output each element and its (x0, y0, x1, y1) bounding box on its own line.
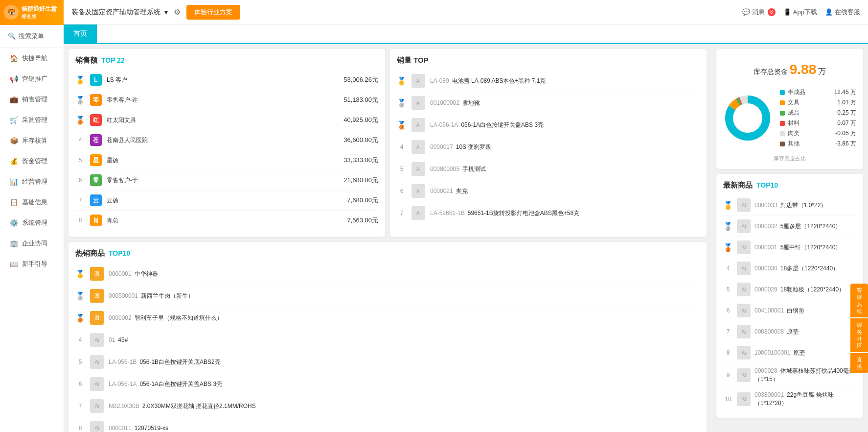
sidebar-item-purchase[interactable]: 🛒 采购管理 (0, 110, 64, 130)
logo-name: 畅捷通好生意 (22, 5, 57, 13)
search-menu-button[interactable]: 🔍 搜索菜单 (4, 29, 60, 44)
sidebar-item-label: 库存核算 (22, 136, 47, 145)
newest-product-row: 🥉 Ai 00000315厘中纤（1220*2440） (723, 237, 856, 258)
enterprise-icon: 🏢 (9, 239, 18, 248)
newest-products-list: 🥇 Ai 0000033封边带（1.0*22） 🥈 Ai 00000325厘多层… (723, 195, 856, 411)
hot-products-card: 热销商品 TOP10 🥇 图 0000001中华神器 🥈 图 000500001… (69, 242, 707, 432)
cs-float: 客服热线 服务社区 直播 (850, 284, 868, 373)
sidebar-item-home[interactable]: 🏠 快捷导航 (0, 48, 64, 69)
top-qty-title: 销量 TOP (397, 56, 429, 65)
newest-products-card: 最新商品 TOP10 🥇 Ai 0000033封边带（1.0*22） 🥈 Ai … (716, 174, 863, 418)
legend-item: 肉类 -0.05 万 (780, 128, 856, 139)
legend-item: 成品 0.25 万 (780, 108, 856, 118)
hot-product-row: 🥉 图 0000002智利车子里（规格不知道填什么） (75, 307, 700, 329)
trial-button[interactable]: 体验行业方案 (186, 5, 240, 20)
newest-products-header: 最新商品 TOP10 (723, 181, 856, 190)
sidebar-item-finance[interactable]: 💰 资金管理 (0, 151, 64, 171)
sidebar-item-system[interactable]: ⚙️ 系统管理 (0, 213, 64, 233)
system-dropdown-button[interactable]: ▾ (164, 8, 168, 16)
cs-live-button[interactable]: 直播 (850, 353, 868, 373)
hot-products-list: 🥇 图 0000001中华神器 🥈 图 000500001新西兰牛肉（新牛） 🥉… (75, 263, 700, 432)
hot-product-row: 🥈 图 000500001新西兰牛肉（新牛） (75, 285, 700, 307)
legend-item: 文具 1.01 万 (780, 97, 856, 108)
online-service-button[interactable]: 👤 在线客服 (825, 8, 860, 17)
sidebar-item-inventory[interactable]: 📦 库存核算 (0, 130, 64, 151)
message-icon: 💬 (742, 8, 750, 16)
newest-product-row: 9 Ai 0000028体城嘉枝味苏打饮品400毫升（1*15） (723, 363, 856, 387)
app-logo: 🐯 畅捷通好生意 标准版 (0, 0, 64, 25)
qty-product-row: 🥉 Ai LA-056-1A056-1A白色按键开关盖ABS 3壳 (397, 114, 700, 136)
newest-products-title: 最新商品 (723, 181, 753, 190)
qty-product-row: 🥇 Ai LA-089电池盖 LA-089 ABS本色+黑种 7.1克 (397, 70, 700, 92)
inventory-donut-chart (723, 94, 772, 143)
basic-icon: 📋 (9, 198, 18, 207)
legend-item: 其他 -3.86 万 (780, 139, 856, 149)
sales-customer-row: 8 肖 肖总 7,563.00元 (75, 211, 378, 230)
sales-customers-card: 销售额 TOP 22 🥇 L LS 客户 53,006.26元 🥈 零 零售客户… (69, 49, 385, 237)
inventory-sub-label: 库存资金占比 (723, 155, 856, 162)
sales-customer-row: 🥇 L LS 客户 53,006.26元 (75, 70, 378, 90)
search-menu-label: 搜索菜单 (19, 32, 44, 41)
sales-customers-subtitle: TOP 22 (101, 56, 125, 64)
content: 销售额 TOP 22 🥇 L LS 客户 53,006.26元 🥈 零 零售客户… (64, 44, 868, 432)
sidebar-item-enterprise[interactable]: 🏢 企业协同 (0, 233, 64, 254)
system-name: 装备及固定资产辅助管理系统 ▾ (71, 8, 168, 17)
top-qty-header: 销量 TOP (397, 56, 700, 65)
hot-products-header: 热销商品 TOP10 (75, 249, 700, 258)
top-qty-card: 销量 TOP 🥇 Ai LA-089电池盖 LA-089 ABS本色+黑种 7.… (390, 49, 707, 237)
main-area: 装备及固定资产辅助管理系统 ▾ ⚙ 体验行业方案 💬 消息 6 📱 App下载 … (64, 0, 868, 432)
newest-product-row: 6 Ai 004100001白钢垫 (723, 300, 856, 321)
cs-hotline-button[interactable]: 客服热线 (850, 284, 868, 317)
service-label: 在线客服 (835, 8, 860, 17)
sales-customer-row: 🥈 零 零售客户-许 51,183.00元 (75, 90, 378, 110)
sidebar-item-guide[interactable]: 📖 新手引导 (0, 254, 64, 274)
sidebar-item-label: 经营管理 (22, 177, 47, 186)
sidebar-item-operations[interactable]: 📊 经营管理 (0, 171, 64, 192)
sales-customer-row: 4 苍 苍南县人民医院 36,600.00元 (75, 130, 378, 150)
sidebar-item-label: 资金管理 (22, 157, 47, 166)
inventory-chart-wrap: 半成品 12.45 万 文具 1.01 万 成品 0.25 万 材料 0.07 … (723, 83, 856, 153)
hot-product-row: 5 Ai LA-056-1B056-1B白色按键开关底ABS2壳 (75, 351, 700, 373)
inventory-label: 库存总资金 (754, 68, 788, 75)
cs-community-button[interactable]: 服务社区 (850, 318, 868, 352)
hot-product-row: 8 Ai 000001112070519-xs (75, 417, 700, 432)
qty-product-row: 5 Ai 000800005手机测试 (397, 158, 700, 180)
inventory-legend: 半成品 12.45 万 文具 1.01 万 成品 0.25 万 材料 0.07 … (780, 87, 856, 149)
settings-button[interactable]: ⚙ (174, 7, 181, 17)
hot-product-row: 4 Ai 0145# (75, 329, 700, 351)
message-badge: 6 (768, 8, 776, 16)
sidebar-item-sales[interactable]: 💼 销售管理 (0, 89, 64, 110)
content-left: 销售额 TOP 22 🥇 L LS 客户 53,006.26元 🥈 零 零售客户… (64, 44, 711, 432)
sidebar-item-basic[interactable]: 📋 基础信息 (0, 192, 64, 213)
app-download-button[interactable]: 📱 App下载 (783, 8, 817, 17)
system-name-text: 装备及固定资产辅助管理系统 (71, 8, 160, 17)
hot-product-row: 6 Ai LA-056-1A056-1A白色按键开关盖ABS 3壳 (75, 373, 700, 395)
newest-product-row: 10 Ai 00380000122g鱼豆腐-烧烤味（1*12*20） (723, 387, 856, 411)
inventory-icon: 📦 (9, 136, 18, 145)
marketing-icon: 📢 (9, 74, 18, 83)
logo-icon: 🐯 (4, 5, 19, 20)
sales-customers-list: 🥇 L LS 客户 53,006.26元 🥈 零 零售客户-许 51,183.0… (75, 70, 378, 230)
tab-home[interactable]: 首页 (64, 24, 97, 43)
legend-item: 半成品 12.45 万 (780, 87, 856, 97)
newest-product-row: 5 Ai 000002918颗粒板（1220*2440） (723, 279, 856, 300)
system-icon: ⚙️ (9, 218, 18, 227)
message-button[interactable]: 💬 消息 6 (742, 8, 776, 17)
sales-customer-row: 7 云 云扬 7,680.00元 (75, 191, 378, 211)
sales-customers-title: 销售额 (75, 56, 97, 65)
page-tabs: 首页 (64, 24, 868, 44)
sidebar-item-label: 企业协同 (22, 239, 47, 248)
sales-customers-header: 销售额 TOP 22 (75, 56, 378, 65)
content-right: 库存总资金 9.88 万 (711, 44, 868, 432)
qty-product-row: 6 Ai 0000021夹克 (397, 180, 700, 202)
search-icon: 🔍 (8, 32, 16, 40)
newest-product-row: 7 Ai 000800008原垄 (723, 321, 856, 342)
home-icon: 🏠 (9, 54, 18, 63)
sidebar-item-marketing[interactable]: 📢 营销推广 (0, 69, 64, 89)
sales-customer-row: 🥉 红 红太阳文具 40,925.00元 (75, 110, 378, 130)
inventory-value: 9.88 (790, 62, 817, 77)
sidebar-item-label: 系统管理 (22, 218, 47, 227)
qty-product-row: 🥈 Ai 001000002雪地靴 (397, 92, 700, 114)
sales-customer-row: 6 零 零售客户-于 21,680.00元 (75, 170, 378, 191)
newest-product-row: 4 Ai 000003018多层（1220*2440） (723, 258, 856, 279)
